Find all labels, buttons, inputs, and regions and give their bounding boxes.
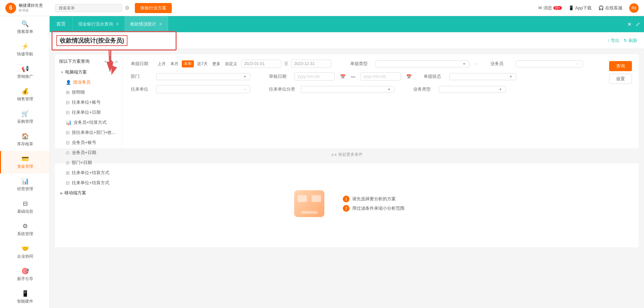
add-scheme-icon[interactable]: +	[104, 59, 107, 64]
sidebar-label-inventory: 库存核算	[17, 141, 33, 147]
online-service-item[interactable]: 🎧 在线客服	[598, 5, 623, 11]
content-area: 首页 现金银行流水查询 ✕ 收款情况统计 ✕ ✕ ⤢ 收款情况统计(按业务员) …	[50, 16, 644, 308]
tab-bankflow[interactable]: 现金银行流水查询 ✕	[73, 16, 125, 32]
hardware-icon: 📱	[21, 290, 29, 297]
scheme-item-sales-account[interactable]: ⊟ 业务员+账号	[58, 138, 122, 148]
sidebar-item-finance[interactable]: 💳 资金管理	[0, 151, 49, 173]
scheme-item-unit-settle2[interactable]: ⊟ 往来单位+结算方式	[58, 178, 122, 188]
page-title: 收款情况统计(按业务员)	[56, 35, 127, 46]
online-service-label: 在线客服	[605, 5, 623, 11]
shortcut-more[interactable]: 更多	[211, 60, 222, 67]
query-button[interactable]: 查询	[609, 61, 632, 71]
sidebar-item-newbie[interactable]: 🎯 新手引导	[0, 263, 49, 286]
voucher-status-select[interactable]: ▼	[449, 73, 516, 80]
tab-home-label: 首页	[56, 21, 66, 27]
sidebar-label-nav: 快捷导航	[17, 51, 33, 57]
shortcut-last-month[interactable]: 上月	[156, 60, 167, 67]
shortcut-this-month[interactable]: 本月	[169, 60, 180, 67]
sidebar-item-sales[interactable]: 💰 销售管理	[0, 84, 49, 106]
user-avatar[interactable]: Rit	[629, 3, 639, 13]
settings-scheme-icon[interactable]: ⚙	[109, 59, 113, 64]
app-download-item[interactable]: 📱 App下载	[569, 5, 592, 11]
form-row-date: 单据日期 上月 本月 本年 近7天 更多 自定义 至	[131, 60, 633, 68]
sidebar-item-purchase[interactable]: 🛒 采购管理	[0, 106, 49, 129]
basic-icon: ⊟	[23, 200, 28, 207]
scheme-item-sales-date[interactable]: ⊙ 业务员+日期	[58, 148, 122, 158]
settings-button[interactable]: 设置	[609, 74, 632, 84]
scheme-item-sales-settle[interactable]: 📊 业务员+结算方式	[58, 117, 122, 127]
tab-home[interactable]: 首页	[50, 16, 73, 32]
top-right: ✉ 消息 99+ 📱 App下载 🎧 在线客服 Rit	[538, 3, 639, 13]
tab-bankflow-close[interactable]: ✕	[116, 22, 119, 27]
dept-date-icon: ⊙	[66, 160, 70, 165]
shortcut-this-year[interactable]: 本年	[182, 60, 194, 67]
business-type-label: 业务类型	[413, 86, 433, 92]
tab-expand-icon[interactable]: ⤢	[636, 21, 640, 28]
shortcut-custom[interactable]: 自定义	[224, 60, 238, 67]
scheme-item-unit-dept[interactable]: ⊟ 按往来单位+部门+收...	[58, 127, 122, 138]
scheme-item-dept-date[interactable]: ⊙ 部门+日期	[58, 158, 122, 168]
voucher-type-arrow: ▼	[463, 62, 466, 66]
voucher-status-arrow: ▼	[509, 75, 513, 79]
dept-select[interactable]: ▼	[156, 73, 250, 80]
salesperson-select[interactable]: ···	[516, 60, 583, 67]
scheme-item-unit-account[interactable]: ⊟ 往来单位+账号	[58, 97, 122, 107]
sales-icon: 💰	[21, 88, 29, 95]
sidebar-label-finance: 资金管理	[17, 164, 33, 169]
counterpart-category-select[interactable]: ▼	[301, 86, 394, 93]
counterpart-more-icon[interactable]: ···	[243, 87, 247, 92]
sidebar-item-marketing[interactable]: 📢 营销推广	[0, 61, 49, 84]
desktop-group-arrow: ▼	[60, 70, 64, 74]
scheme-panel: 按以下方案查询 + ⚙ « ▼ 电脑端方案	[55, 54, 122, 148]
gear-icon[interactable]: ⚙	[125, 5, 129, 11]
scheme-item-unit-date[interactable]: ⊟ 往来单位+日期	[58, 107, 122, 117]
message-item[interactable]: ✉ 消息 99+	[538, 5, 562, 11]
sidebar-item-operation[interactable]: 📊 经营管理	[0, 173, 49, 196]
tab-close-all-icon[interactable]: ✕	[627, 21, 632, 28]
scheme-item-unit-account-label: 往来单位+账号	[72, 99, 101, 105]
voucher-type-select[interactable]: ▼	[376, 60, 470, 67]
export-button[interactable]: ↑ 导出	[607, 38, 620, 44]
mobile-group-title: 移动端方案	[64, 190, 86, 196]
sidebar-item-system[interactable]: ⚙ 系统管理	[0, 218, 49, 241]
scheme-item-detail[interactable]: ⊞ 按明细	[58, 87, 122, 97]
sidebar-item-enterprise[interactable]: 🤝 企业协同	[0, 241, 49, 263]
collapse-label: 收起更多条件	[338, 152, 363, 157]
step-2-text: 用过滤条件来缩小分析范围	[352, 205, 405, 211]
date-start-input[interactable]	[241, 60, 281, 68]
message-label: 消息	[543, 5, 552, 11]
scheme-item-salesperson[interactable]: 👤 按业务员	[58, 77, 122, 87]
marketing-icon: 📢	[21, 65, 29, 72]
date-end-input[interactable]	[291, 60, 331, 68]
scheme-item-unit-settle1[interactable]: ⊞ 往来单位+结算方式	[58, 168, 122, 178]
logo-area: 6 畅捷通好生意 标准版	[5, 3, 55, 13]
scheme-item-dept-date-label: 部门+日期	[72, 160, 92, 166]
review-date-end[interactable]	[361, 72, 401, 81]
voucher-type-more[interactable]: ···	[475, 61, 478, 66]
counterpart-select[interactable]: ···	[156, 85, 250, 93]
business-type-select[interactable]: ▼	[439, 86, 506, 93]
sidebar-item-basic[interactable]: ⊟ 基础信息	[0, 196, 49, 218]
review-date-icon1[interactable]: 📅	[340, 74, 345, 79]
collapse-scheme-icon[interactable]: «	[115, 59, 118, 64]
review-date-icon2[interactable]: 📅	[406, 74, 412, 79]
desktop-group-header[interactable]: ▼ 电脑端方案	[58, 67, 122, 77]
sidebar-item-inventory[interactable]: 🏠 库存核算	[0, 129, 49, 151]
sidebar-item-nav[interactable]: ⚡ 快捷导航	[0, 39, 49, 61]
operation-icon: 📊	[21, 177, 29, 185]
sidebar-item-hardware[interactable]: 📱 智能硬件	[0, 286, 49, 308]
date-label: 单据日期	[131, 61, 151, 67]
review-date-start[interactable]	[294, 72, 335, 81]
sidebar-label-marketing: 营销推广	[17, 74, 33, 80]
refresh-button[interactable]: ↻ 刷新	[624, 38, 637, 44]
query-panel: 按以下方案查询 + ⚙ « ▼ 电脑端方案	[55, 54, 639, 148]
mobile-group-header[interactable]: ▶ 移动端方案	[58, 188, 122, 198]
scheme-item-sales-settle-label: 业务员+结算方式	[73, 119, 107, 125]
tab-collection-close[interactable]: ✕	[159, 22, 162, 27]
sidebar-item-search[interactable]: 🔍 搜索菜单	[0, 16, 49, 39]
trial-button[interactable]: 体验行业方案	[135, 3, 172, 13]
collapse-bar[interactable]: ∧∧ 收起更多条件	[55, 148, 639, 161]
shortcut-7days[interactable]: 近7天	[196, 60, 209, 67]
top-search-input[interactable]	[55, 4, 122, 12]
tab-collection[interactable]: 收款情况统计 ✕	[125, 16, 168, 32]
